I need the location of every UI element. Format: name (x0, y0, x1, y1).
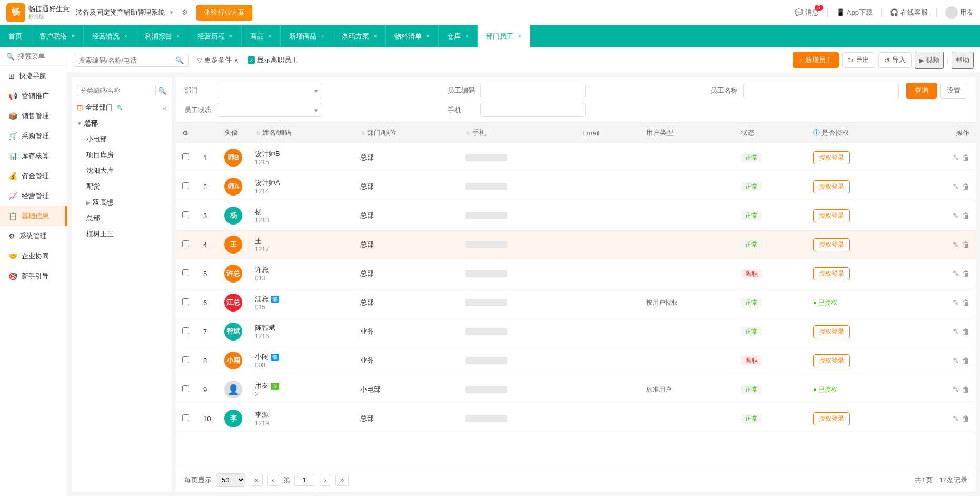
export-button[interactable]: ↻ 导出 (842, 52, 875, 68)
row-checkbox[interactable] (182, 298, 189, 305)
sidebar-search-btn[interactable]: 🔍 搜索菜单 (0, 47, 67, 66)
tree-item-project-room[interactable]: 项目库房 (72, 147, 172, 163)
col-settings-icon[interactable]: ⚙ (182, 129, 189, 137)
sidebar-item-collab[interactable]: 🤝 企业协同 (0, 246, 67, 266)
auth-button[interactable]: 授权登录 (813, 267, 850, 280)
row-checkbox[interactable] (182, 182, 189, 189)
edit-icon[interactable]: ✎ (953, 182, 959, 191)
edit-icon[interactable]: ✎ (953, 153, 959, 162)
tree-item-double[interactable]: ▶ 双底想 (72, 194, 172, 210)
page-input[interactable] (294, 474, 315, 486)
delete-icon[interactable]: 🗑 (962, 153, 969, 162)
edit-icon[interactable]: ✎ (953, 240, 959, 249)
prev-page-btn[interactable]: ‹ (267, 474, 279, 486)
per-page-select[interactable]: 50 100 (216, 473, 245, 487)
auth-button[interactable]: 授权登录 (813, 412, 850, 425)
tree-item-small-elec[interactable]: 小电部 (72, 131, 172, 147)
sidebar-item-quick-nav[interactable]: ⊞ 快捷导航 (0, 66, 67, 86)
tree-item-zhishuwang[interactable]: 植树王三 (72, 226, 172, 242)
collapse-tree-btn[interactable]: « (163, 104, 166, 112)
tab-warehouse[interactable]: 仓库 × (439, 25, 478, 47)
tab-close-ops[interactable]: × (124, 33, 127, 40)
row-checkbox[interactable] (182, 414, 189, 421)
tab-close-warehouse[interactable]: × (465, 33, 469, 40)
tree-item-peihuo[interactable]: 配货 (72, 179, 172, 194)
sidebar-item-sales[interactable]: 📦 销售管理 (0, 106, 67, 126)
first-page-btn[interactable]: « (250, 474, 263, 486)
sidebar-item-ops-mgmt[interactable]: 📈 经营管理 (0, 186, 67, 206)
auth-button[interactable]: 授权登录 (813, 209, 850, 222)
tab-new-goods[interactable]: 新增商品 × (281, 25, 333, 47)
filter-phone-input[interactable] (480, 103, 586, 117)
delete-icon[interactable]: 🗑 (962, 385, 969, 394)
edit-icon[interactable]: ✎ (953, 327, 959, 336)
delete-icon[interactable]: 🗑 (962, 182, 969, 191)
delete-icon[interactable]: 🗑 (962, 327, 969, 336)
row-checkbox[interactable] (182, 356, 189, 363)
auth-button[interactable]: 授权登录 (813, 325, 850, 338)
delete-icon[interactable]: 🗑 (962, 414, 969, 423)
row-checkbox[interactable] (182, 211, 189, 218)
row-checkbox[interactable] (182, 327, 189, 334)
view-button[interactable]: ▶ 视频 (915, 52, 944, 69)
auth-button[interactable]: 授权登录 (813, 151, 850, 164)
col-settings[interactable]: ⚙ (176, 123, 197, 143)
filter-empcode-input[interactable] (480, 84, 586, 98)
sidebar-item-purchase[interactable]: 🛒 采购管理 (0, 126, 67, 146)
tab-goods[interactable]: 商品 × (242, 25, 281, 47)
col-phone[interactable]: ⇅ 手机 (459, 123, 576, 143)
message-button[interactable]: 💬 消息 5 (795, 8, 819, 17)
more-filters-btn[interactable]: ▽ 更多条件 ∧ (193, 53, 243, 67)
filter-dept-select[interactable] (217, 84, 322, 98)
online-service-button[interactable]: 🎧 在线客服 (890, 8, 928, 17)
sidebar-item-guide[interactable]: 🎯 新手引导 (0, 266, 67, 286)
auth-button[interactable]: 授权登录 (813, 180, 850, 193)
search-input[interactable] (78, 56, 173, 64)
sidebar-item-marketing[interactable]: 📢 营销推广 (0, 86, 67, 106)
system-dropdown-arrow[interactable]: ▾ (170, 9, 173, 16)
settings-button[interactable]: ⚙ (177, 5, 192, 20)
delete-icon[interactable]: 🗑 (962, 240, 969, 249)
query-button[interactable]: 查询 (906, 83, 937, 99)
help-button[interactable]: 帮助 (952, 52, 974, 69)
tab-close-profit[interactable]: × (176, 33, 180, 40)
delete-icon[interactable]: 🗑 (962, 298, 969, 307)
tree-item-hq[interactable]: 总部 (72, 210, 172, 226)
edit-icon[interactable]: ✎ (953, 356, 959, 365)
tab-close-history[interactable]: × (229, 33, 233, 40)
filter-empname-input[interactable] (743, 84, 899, 98)
last-page-btn[interactable]: » (335, 474, 349, 486)
dept-search-icon[interactable]: 🔍 (158, 87, 166, 95)
tab-close-new-goods[interactable]: × (321, 33, 324, 40)
tab-bom[interactable]: 物料清单 × (386, 25, 439, 47)
sidebar-item-system[interactable]: ⚙ 系统管理 (0, 226, 67, 246)
edit-icon[interactable]: ✎ (953, 269, 959, 278)
tab-close-goods[interactable]: × (268, 33, 272, 40)
row-checkbox[interactable] (182, 240, 189, 247)
tab-operations[interactable]: 经营情况 × (84, 25, 136, 47)
col-dept-position[interactable]: ⇅ 部门/职位 (354, 123, 459, 143)
tab-employee[interactable]: 部门员工 × (478, 25, 530, 47)
import-button[interactable]: ↺ 导入 (878, 52, 912, 68)
auth-button[interactable]: 授权登录 (813, 354, 850, 367)
user-avatar[interactable]: 用友 (945, 6, 974, 19)
tab-close-barcode[interactable]: × (373, 33, 377, 40)
delete-icon[interactable]: 🗑 (962, 211, 969, 220)
app-download-button[interactable]: 📱 App下载 (836, 8, 873, 17)
edit-dept-icon[interactable]: ✎ (117, 104, 123, 112)
tab-barcode[interactable]: 条码方案 × (333, 25, 386, 47)
filter-status-select[interactable] (217, 103, 322, 117)
row-checkbox[interactable] (182, 269, 189, 276)
sidebar-item-inventory[interactable]: 📊 库存核算 (0, 146, 67, 166)
edit-icon[interactable]: ✎ (953, 211, 959, 220)
try-plan-button[interactable]: 体验行业方案 (196, 5, 252, 21)
tab-close-customer[interactable]: × (71, 33, 75, 40)
next-page-btn[interactable]: › (320, 474, 331, 486)
tab-close-bom[interactable]: × (426, 33, 430, 40)
sidebar-item-finance[interactable]: 💰 资金管理 (0, 166, 67, 186)
search-bar[interactable]: 🔍 (74, 54, 189, 67)
sidebar-item-basic[interactable]: 📋 基础信息 (0, 206, 67, 226)
tree-item-shenyang[interactable]: 沈阳大库 (72, 163, 172, 179)
row-checkbox[interactable] (182, 385, 189, 392)
edit-icon[interactable]: ✎ (953, 298, 959, 307)
